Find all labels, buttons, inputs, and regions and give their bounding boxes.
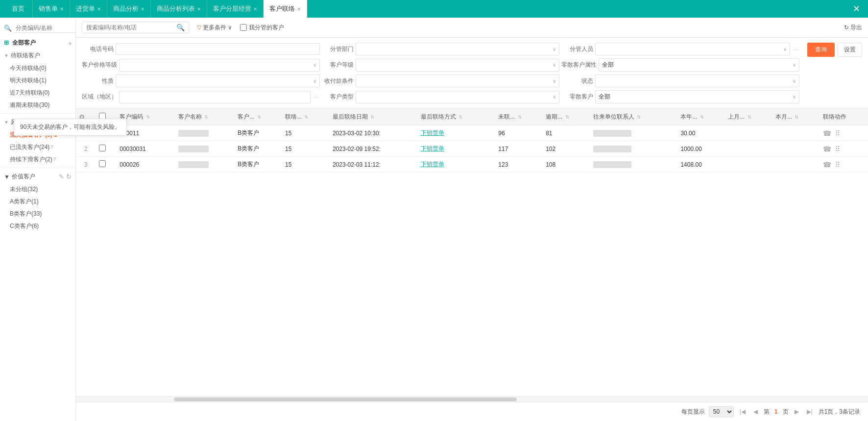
sidebar-item-today[interactable]: 今天待联络(0) [0,62,75,74]
filter-cust-type-select[interactable]: ∨ [356,91,560,103]
action-more-icon-1[interactable]: ⠿ [835,129,840,137]
export-button[interactable]: ↻ 导出 [844,24,862,32]
sidebar-all-customers[interactable]: ⊞ 全部客户 « [0,37,75,49]
my-customers-checkbox[interactable] [240,24,247,31]
row-cb-3 [96,157,117,173]
region-more-icon[interactable]: ··· [313,93,320,100]
sidebar-group-pending-header[interactable]: ▼ 待联络客户 [0,49,75,62]
export-label: 导出 [850,24,862,32]
action-contact-icon-1[interactable]: ☎ [823,129,831,137]
col-name-header[interactable]: 客户名称 ⇅ [175,109,235,125]
manager-more-icon[interactable]: ··· [792,46,799,53]
col-contact-person-header[interactable]: 往来单位联系人 ⇅ [590,109,677,125]
edit-icon[interactable]: ✎ [59,173,64,180]
sidebar-item-declining[interactable]: 持续下滑客户(2) ? [0,153,75,166]
filter-status-select[interactable]: ∨ [595,74,799,87]
tab-analysis[interactable]: 商品分析 ✕ [107,0,151,18]
col-last-date-header[interactable]: 最后联络日期 ⇅ [330,109,418,125]
cust-type-arrow: ∨ [553,94,556,99]
tab-analysis-close[interactable]: ✕ [141,6,145,12]
tab-purchase-close[interactable]: ✕ [97,6,101,12]
col-last-method-header[interactable]: 最后联络方式 ⇅ [418,109,496,125]
row-overdue-1: 81 [543,125,590,141]
tab-customer-tier-close[interactable]: ✕ [253,6,257,12]
per-page-select[interactable]: 50 100 200 [709,406,734,417]
row-lm-1 [725,125,772,141]
tab-analysis-list[interactable]: 商品分析列表 ✕ [151,0,207,18]
filter-region-select[interactable] [119,91,311,103]
sidebar-search-input[interactable] [14,24,76,33]
method-link-3[interactable]: 下销货单 [421,161,444,168]
sidebar-item-week[interactable]: 近7天待联络(0) [0,87,75,99]
row-lm-2 [725,141,772,157]
sidebar-item-tomorrow[interactable]: 明天待联络(1) [0,74,75,87]
filter-cust-level-select[interactable]: ∨ [356,59,560,72]
first-page-button[interactable]: |◀ [738,407,747,416]
filter-price-level-select[interactable]: ∨ [119,59,320,72]
col-year-header[interactable]: 本年... ⇅ [677,109,725,125]
tab-customer-tier[interactable]: 客户分层经营 ✕ [207,0,264,18]
tab-sales-close[interactable]: ✕ [60,6,64,12]
sidebar-item-overdue[interactable]: 逾期未联络(30) [0,99,75,111]
scrollbar-thumb[interactable] [174,397,517,401]
more-conditions-button[interactable]: ▽ 更多条件 ∨ [193,22,236,33]
row-checkbox-2[interactable] [99,145,106,151]
col-last-month-header[interactable]: 上月... ⇅ [725,109,772,125]
action-contact-icon-2[interactable]: ☎ [823,145,831,153]
search-button[interactable]: 🔍 [176,24,185,31]
search-input[interactable] [86,24,174,31]
sidebar-search-icon: 🔍 [4,25,12,32]
next-page-button[interactable]: ▶ [793,407,801,416]
sidebar-group-pending: ▼ 待联络客户 今天待联络(0) 明天待联络(1) 近7天待联络(0) 逾期未联… [0,49,75,111]
filter-scatter-attr-select[interactable]: 全部 ∨ [599,58,799,72]
filter-dept-select[interactable]: ∨ [356,43,560,55]
col-contact-count-header[interactable]: 联络... ⇅ [282,109,330,125]
filter-cust-type-label: 客户类型 [322,93,354,101]
col-curr-month-header[interactable]: 本月... ⇅ [772,109,820,125]
refresh-icon[interactable]: ↻ [66,173,72,180]
query-button[interactable]: 查询 [807,43,835,57]
tab-customer-contact-close[interactable]: ✕ [297,6,301,12]
filter-scatter-cust-select[interactable]: 全部 ∨ [595,90,799,103]
prev-page-button[interactable]: ◀ [751,407,760,416]
window-close-button[interactable]: ✕ [849,3,864,14]
sidebar-group-value-header[interactable]: ▼ 价值客户 ✎ ↻ [0,170,75,183]
data-table: ⚙ 客户编码 ⇅ 客户名称 ⇅ [76,109,868,173]
filter-manager-select[interactable]: ∨ [595,43,790,55]
sidebar-item-class-a[interactable]: A类客户(1) [0,196,75,208]
tab-customer-contact[interactable]: 客户联络 ✕ [264,0,307,18]
row-checkbox-3[interactable] [99,160,106,167]
manager-arrow-icon: ∨ [783,47,787,52]
search-wrap: 🔍 [82,22,189,33]
sidebar-item-class-b[interactable]: B类客户(33) [0,208,75,220]
filter-nature-select[interactable]: ∨ [116,74,320,87]
sort-icon-type: ⇅ [257,114,261,120]
col-type-header[interactable]: 客户... ⇅ [235,109,282,125]
action-contact-icon-3[interactable]: ☎ [823,161,831,169]
row-cp-2: ██████████ [590,141,677,157]
filter-settings-button[interactable]: 设置 [838,43,862,57]
method-link-1[interactable]: 下销货单 [421,129,444,136]
row-cm-3 [772,157,820,173]
action-more-icon-3[interactable]: ⠿ [835,161,840,169]
last-page-button[interactable]: ▶| [805,407,815,416]
row-code-2: 00030031 [117,141,175,157]
tab-analysis-list-close[interactable]: ✕ [197,6,201,12]
col-not-contacted-header[interactable]: 未联... ⇅ [495,109,543,125]
sidebar-item-churned[interactable]: 已流失客户(24) ? [0,141,75,153]
filter-phone-input[interactable] [116,43,320,55]
row-type-3: B类客户 [235,157,282,173]
sidebar-item-class-c[interactable]: C类客户(6) [0,220,75,232]
tab-home[interactable]: 首页 [4,0,33,18]
tab-purchase[interactable]: 进货单 ✕ [70,0,107,18]
scatter-cust-arrow: ∨ [793,94,796,99]
action-more-icon-2[interactable]: ⠿ [835,145,840,153]
sort-icon-method: ⇅ [458,114,462,120]
sidebar-item-ungrouped[interactable]: 未分组(32) [0,183,75,196]
col-overdue-header[interactable]: 逾期... ⇅ [543,109,590,125]
tab-sales[interactable]: 销售单 ✕ [33,0,70,18]
filter-payment-select[interactable]: ∨ [356,74,560,87]
method-link-2[interactable]: 下销货单 [421,145,444,152]
sort-icon-contact: ⇅ [304,114,308,120]
horizontal-scrollbar[interactable] [76,396,868,402]
